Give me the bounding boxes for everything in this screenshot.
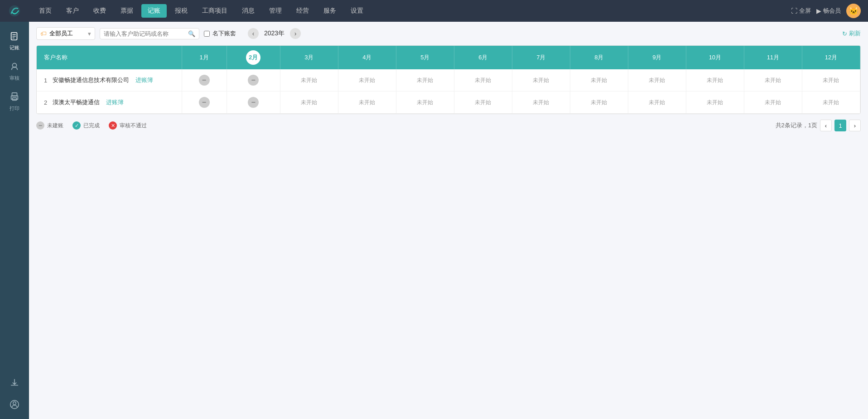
sidebar-item-user[interactable] [0, 394, 29, 415]
nav-item-首页[interactable]: 首页 [33, 4, 58, 18]
my-accounts-label: 名下账套 [212, 29, 236, 38]
table-header-2月: 2月 [227, 46, 280, 69]
status-not-started: 未开始 [823, 77, 839, 83]
client-name-wrap: 2 漠澳太平畅捷通信 进账簿 [44, 98, 178, 106]
avatar: 🐱 [846, 4, 861, 18]
status-not-started: 未开始 [301, 99, 317, 106]
nav-item-客户[interactable]: 客户 [60, 4, 85, 18]
legend-completed: ✓ 已完成 [72, 121, 100, 130]
sidebar-item-download[interactable] [0, 372, 29, 394]
search-icon[interactable]: 🔍 [188, 30, 195, 37]
status-not-started: 未开始 [591, 77, 607, 83]
status-not-started: 未开始 [765, 99, 781, 106]
status-not-started: 未开始 [533, 77, 549, 83]
table-header-3月: 3月 [280, 46, 338, 69]
status-not-started: 未开始 [591, 99, 607, 106]
nav-item-记账[interactable]: 记账 [141, 4, 167, 18]
page-1-button[interactable]: 1 [834, 120, 846, 131]
audit-icon [8, 60, 21, 73]
table-header-4月: 4月 [338, 46, 396, 69]
status-not-started: 未开始 [359, 77, 375, 83]
nav-item-收费[interactable]: 收费 [87, 4, 112, 18]
employee-select[interactable]: 🏷 全部员工 ▾ [36, 27, 95, 40]
month-cell-6: 未开始 [454, 69, 512, 92]
month-cell-3: 未开始 [280, 69, 338, 92]
client-cell: 1 安徽畅捷通信息技术有限公司 进账簿 [37, 69, 182, 92]
table-header-7月: 7月 [512, 46, 570, 69]
legend-gray-dot: − [36, 121, 44, 130]
active-month-cell: 2月 [246, 50, 260, 65]
table-scroll: 客户名称1月2月3月4月5月6月7月8月9月10月11月12月 1 安徽畅捷通信… [37, 46, 860, 114]
client-name-wrap: 1 安徽畅捷通信息技术有限公司 进账簿 [44, 76, 178, 84]
status-not-started: 未开始 [707, 77, 723, 83]
status-not-started: 未开始 [707, 99, 723, 106]
status-not-started: 未开始 [475, 77, 491, 83]
legend-red-dot: ✕ [109, 121, 117, 130]
member-button[interactable]: ▶ 畅会员 [816, 7, 841, 15]
month-cell-12: 未开始 [802, 92, 860, 114]
nav-items: 首页客户收费票据记账报税工商项目消息管理经营服务设置 [33, 4, 791, 18]
nav-item-票据[interactable]: 票据 [114, 4, 140, 18]
status-not-started: 未开始 [359, 99, 375, 106]
accounts-table: 客户名称1月2月3月4月5月6月7月8月9月10月11月12月 1 安徽畅捷通信… [37, 46, 860, 114]
month-cell-2: − [227, 92, 280, 114]
refresh-icon: ↻ [842, 30, 847, 37]
status-not-started: 未开始 [649, 77, 665, 83]
legend-rejected: ✕ 审核不通过 [109, 121, 147, 130]
status-dash-icon: − [199, 75, 210, 86]
sidebar-item-ledger[interactable]: 记账 [0, 25, 29, 56]
month-cell-9: 未开始 [628, 92, 686, 114]
svg-rect-8 [12, 98, 16, 101]
status-not-started: 未开始 [765, 77, 781, 83]
table-header-5月: 5月 [396, 46, 454, 69]
sidebar-item-print[interactable]: 打印 [0, 86, 29, 116]
month-cell-8: 未开始 [570, 92, 628, 114]
month-cell-1: − [182, 92, 227, 114]
nav-item-工商项目[interactable]: 工商项目 [196, 4, 234, 18]
table-header-10月: 10月 [686, 46, 744, 69]
fullscreen-button[interactable]: ⛶ 全屏 [791, 7, 811, 15]
month-cell-5: 未开始 [396, 92, 454, 114]
enter-ledger-link[interactable]: 进账簿 [135, 76, 153, 84]
svg-point-10 [13, 402, 16, 405]
status-dash-icon: − [248, 97, 259, 108]
status-not-started: 未开始 [649, 99, 665, 106]
month-cell-7: 未开始 [512, 92, 570, 114]
enter-ledger-link[interactable]: 进账簿 [106, 98, 124, 106]
client-name-text: 漠澳太平畅捷通信 [53, 98, 100, 106]
table-header-客户名称: 客户名称 [37, 46, 182, 69]
download-icon [8, 376, 21, 389]
client-cell: 2 漠澳太平畅捷通信 进账簿 [37, 92, 182, 114]
nav-item-经营[interactable]: 经营 [290, 4, 315, 18]
status-not-started: 未开始 [823, 99, 839, 106]
employee-icon: 🏷 [40, 30, 47, 37]
next-page-button[interactable]: › [849, 120, 861, 131]
month-cell-1: − [182, 69, 227, 92]
nav-item-管理[interactable]: 管理 [263, 4, 288, 18]
table-row: 1 安徽畅捷通信息技术有限公司 进账簿 −−未开始未开始未开始未开始未开始未开始… [37, 69, 860, 92]
table-row: 2 漠澳太平畅捷通信 进账簿 −−未开始未开始未开始未开始未开始未开始未开始未开… [37, 92, 860, 114]
client-num: 2 [44, 99, 47, 106]
month-cell-5: 未开始 [396, 69, 454, 92]
month-cell-8: 未开始 [570, 69, 628, 92]
next-year-button[interactable]: › [290, 28, 301, 39]
sidebar: 记账 审核 打印 [0, 22, 29, 419]
status-dash-icon: − [199, 97, 210, 108]
my-accounts-checkbox[interactable]: 名下账套 [204, 29, 236, 38]
main-layout: 记账 审核 打印 [0, 22, 868, 419]
refresh-button[interactable]: ↻ 刷新 [842, 29, 861, 38]
nav-item-设置[interactable]: 设置 [344, 4, 370, 18]
nav-item-报税[interactable]: 报税 [169, 4, 194, 18]
top-nav-right: ⛶ 全屏 ▶ 畅会员 🐱 [791, 4, 861, 18]
year-nav: ‹ 2023年 › [248, 28, 301, 39]
nav-item-消息[interactable]: 消息 [236, 4, 261, 18]
sidebar-item-audit[interactable]: 审核 [0, 56, 29, 86]
month-cell-2: − [227, 69, 280, 92]
prev-page-button[interactable]: ‹ [820, 120, 832, 131]
content-area: 🏷 全部员工 ▾ 🔍 名下账套 ‹ 2023年 › ↻ 刷新 [29, 22, 868, 419]
search-input[interactable] [104, 30, 185, 37]
client-name-text: 安徽畅捷通信息技术有限公司 [53, 76, 129, 84]
search-box: 🔍 [100, 28, 199, 39]
nav-item-服务[interactable]: 服务 [317, 4, 342, 18]
prev-year-button[interactable]: ‹ [248, 28, 259, 39]
